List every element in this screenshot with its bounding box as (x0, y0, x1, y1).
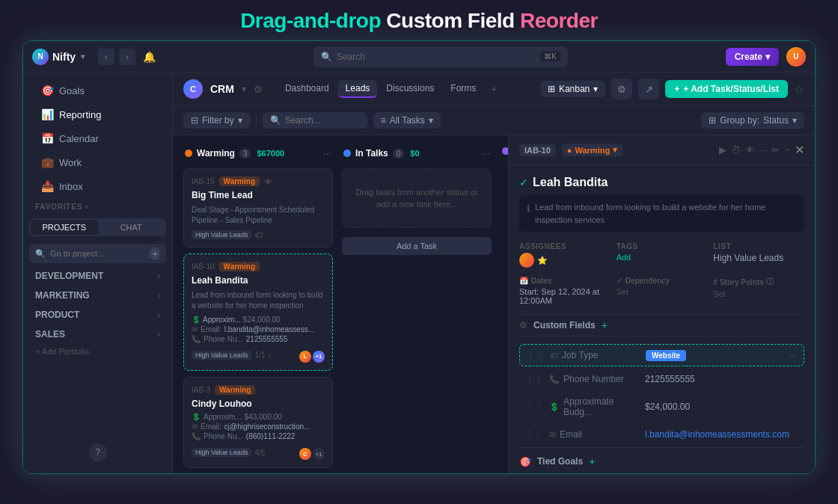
add-tag-button[interactable]: Add (617, 253, 708, 262)
filter-icon: ⊟ (191, 115, 198, 126)
detail-status[interactable]: ● Warming ▾ (562, 144, 623, 156)
drag-handle-icon[interactable]: ⋮⋮ (525, 374, 543, 384)
global-search[interactable]: 🔍 Search ⌘K (314, 46, 568, 67)
email-value[interactable]: l.bandita@inhomeassessments.com (645, 429, 798, 440)
timer-button[interactable]: ⏱ (731, 144, 741, 156)
drag-handle-icon[interactable]: ⋮⋮ (525, 429, 543, 440)
settings-button[interactable]: ⚙ (611, 79, 632, 99)
group-name: PRODUCT (35, 310, 79, 320)
add-goal-button[interactable]: + (589, 455, 595, 467)
project-search[interactable]: 🔍 + (29, 244, 166, 263)
user-avatar[interactable]: U (786, 47, 806, 67)
filter-button[interactable]: ⊟ Filter by ▾ (183, 112, 250, 129)
bell-icon[interactable]: 🔔 (143, 51, 156, 63)
col-more-icon[interactable]: ··· (322, 147, 331, 159)
column-header-warming: Warming 3 $67000 ··· (183, 144, 333, 162)
nav-forms[interactable]: Forms (443, 80, 483, 98)
task-id: IAB-3 Warming (192, 385, 325, 395)
nav-arrows: ‹ › (98, 49, 135, 65)
task-card-iab15[interactable]: IAB-15 Warming 👁 Big Time Lead Deal Stag… (183, 168, 333, 248)
watch-button[interactable]: 👁 (745, 144, 755, 156)
task-email: ✉ Email: cj@highriseconstruction... (192, 422, 325, 431)
chevron-down-icon: ▾ (81, 52, 85, 61)
status-dot: ● (567, 146, 572, 155)
minimize-button[interactable]: − (784, 144, 790, 156)
tied-goals-label: Tied Goals (537, 456, 583, 467)
story-set[interactable]: Set (713, 289, 804, 298)
search-text: Search (337, 52, 365, 62)
nav-back-button[interactable]: ‹ (98, 49, 114, 65)
favorites-header[interactable]: FAVORITES › (23, 198, 172, 214)
help-button[interactable]: ? (89, 443, 107, 461)
sidebar-group-development[interactable]: DEVELOPMENT › (23, 266, 172, 286)
add-portfolio-button[interactable]: + Add Portfolio (23, 344, 172, 359)
phone-value: 2125555555 (645, 374, 798, 384)
check-icon: ✓ (617, 277, 623, 285)
title-custom: Custom Field (386, 9, 514, 32)
play-button[interactable]: ▶ (719, 144, 727, 156)
star-button[interactable]: ☆ (794, 82, 804, 96)
sidebar-group-product[interactable]: PRODUCT › (23, 305, 172, 325)
tag-icon: 🏷 (550, 351, 558, 360)
group-by-button[interactable]: ⊞ Group by: Status ▾ (701, 112, 804, 129)
chevron-right-icon: › (158, 331, 160, 339)
nav-dashboard[interactable]: Dashboard (278, 80, 337, 98)
task-meta: 💲 Approxim... $43,000.00 (192, 413, 325, 421)
approx-amount: $24,000.00 (243, 316, 281, 324)
add-custom-field-button[interactable]: + (602, 319, 608, 331)
custom-field-email: ⋮⋮ ✉ Email l.bandita@inhomeassessments.c… (519, 425, 804, 444)
more-button[interactable]: ··· (759, 144, 768, 156)
sidebar-item-calendar[interactable]: 📅 Calendar (29, 127, 166, 150)
share-button[interactable]: ↗ (638, 79, 659, 99)
task-card-iab3[interactable]: IAB-3 Warming Cindy Louhoo 💲 Approxim...… (183, 377, 333, 469)
drag-handle-icon[interactable]: ⋮⋮ (525, 402, 543, 412)
task-title: Big Time Lead (192, 189, 325, 202)
drag-handle-icon[interactable]: ⋮⋮ (526, 350, 544, 360)
warming-color-dot (185, 150, 192, 157)
add-project-button[interactable]: + (150, 247, 160, 260)
nav-add-button[interactable]: + (485, 80, 503, 98)
dependency-set[interactable]: Set (617, 287, 708, 296)
tag-chip: High Value Leads (192, 448, 251, 457)
sidebar-group-sales[interactable]: SALES › (23, 325, 172, 344)
kanban-search[interactable]: 🔍 (263, 112, 367, 129)
projects-tab[interactable]: PROJECTS (31, 220, 98, 235)
reporting-icon: 📊 (41, 108, 53, 120)
inbox-icon: 📥 (41, 180, 53, 192)
field-more-button[interactable]: ··· (789, 349, 798, 361)
sidebar-group-marketing[interactable]: MARKETING › (23, 286, 172, 305)
app-logo[interactable]: N Nifty ▾ (32, 49, 85, 65)
nav-forward-button[interactable]: › (119, 49, 135, 65)
sidebar-item-inbox[interactable]: 📥 Inbox (29, 175, 166, 197)
project-dropdown-icon[interactable]: ▾ (242, 84, 246, 94)
create-button[interactable]: Create ▾ (726, 48, 779, 66)
chevron-right-icon: › (158, 272, 160, 280)
kanban-view-button[interactable]: ⊞ Kanban ▾ (540, 81, 605, 97)
project-search-input[interactable] (50, 249, 145, 258)
task-phone: 📞 Phone Nu... 2125555555 (192, 335, 325, 343)
approx-value: Approxim... (203, 316, 241, 324)
edit-button[interactable]: ✏ (771, 144, 780, 156)
kanban-search-input[interactable] (285, 115, 360, 126)
assignee-avatar (519, 253, 534, 268)
phone-icon: 📞 (549, 375, 560, 384)
divider (256, 114, 257, 127)
chat-tab[interactable]: CHAT (98, 220, 165, 235)
start-date: Start: Sep 12, 2024 at 12:00AM (519, 287, 611, 305)
chevron-down-icon: ▾ (238, 115, 242, 126)
task-card-iab10[interactable]: IAB-10 Warming Leah Bandita Lead from in… (183, 253, 333, 371)
nav-leads[interactable]: Leads (338, 80, 378, 98)
add-task-in-talks-button[interactable]: Add a Task (342, 237, 492, 255)
sidebar-item-work[interactable]: 💼 Work (29, 151, 166, 173)
add-task-button[interactable]: + + Add Task/Status/List (665, 80, 788, 98)
task-id: IAB-15 Warming 👁 (192, 176, 325, 186)
close-button[interactable]: ✕ (795, 143, 804, 157)
sidebar-item-reporting[interactable]: 📊 Reporting (29, 103, 166, 126)
project-settings-icon[interactable]: ⚙ (254, 84, 263, 95)
project-name[interactable]: CRM (210, 83, 234, 95)
sidebar-item-goals[interactable]: 🎯 Goals (29, 79, 166, 102)
col-amount-warming: $67000 (257, 149, 284, 158)
nav-discussions[interactable]: Discussions (379, 80, 441, 98)
all-tasks-button[interactable]: ≡ All Tasks ▾ (373, 112, 441, 129)
col-more-icon[interactable]: ··· (481, 147, 490, 159)
